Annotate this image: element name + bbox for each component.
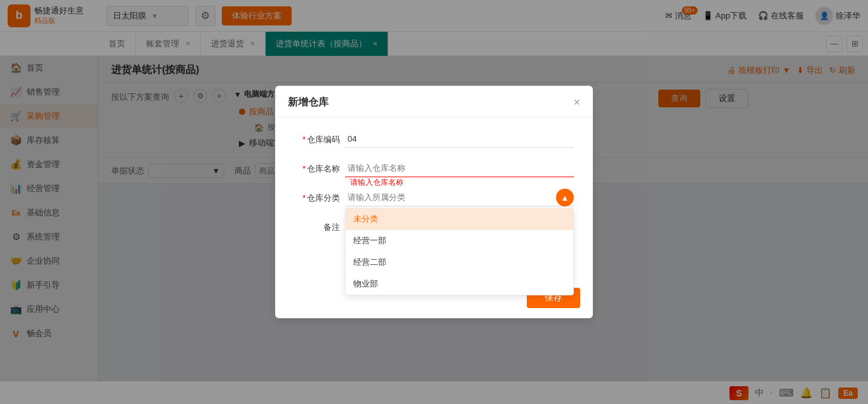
- form-row-name: 仓库名称 请输入仓库名称: [294, 159, 574, 177]
- form-name-label: 仓库名称: [294, 159, 345, 175]
- dropdown-item-op1[interactable]: 经营一部: [346, 230, 573, 252]
- modal-body: 仓库编码 仓库名称 请输入仓库名称 仓库分类 ▲: [275, 118, 593, 280]
- modal-close-button[interactable]: ×: [573, 96, 580, 109]
- warehouse-name-error: 请输入仓库名称: [350, 177, 403, 188]
- form-row-category: 仓库分类 ▲ 未分类 经营一部 经营二部 物业部: [294, 189, 574, 206]
- warehouse-category-input[interactable]: [345, 189, 574, 206]
- form-code-label: 仓库编码: [294, 130, 345, 145]
- dropdown-item-unclassified[interactable]: 未分类: [346, 208, 573, 230]
- category-dropdown: 未分类 经营一部 经营二部 物业部: [345, 208, 574, 295]
- category-arrow-up-icon: ▲: [556, 189, 574, 206]
- modal-header: 新增仓库 ×: [275, 86, 593, 118]
- modal-title: 新增仓库: [288, 96, 329, 109]
- dropdown-item-property[interactable]: 物业部: [346, 273, 573, 295]
- warehouse-name-input[interactable]: [345, 159, 574, 177]
- warehouse-code-input[interactable]: [345, 130, 574, 148]
- form-row-code: 仓库编码: [294, 130, 574, 148]
- dropdown-item-op2[interactable]: 经营二部: [346, 252, 573, 273]
- modal-new-warehouse: 新增仓库 × 仓库编码 仓库名称 请输入仓库名称 仓库分类: [275, 86, 593, 318]
- category-arrow-btn[interactable]: ▲: [556, 189, 574, 206]
- form-category-label: 仓库分类: [294, 189, 345, 204]
- warehouse-category-wrapper: ▲ 未分类 经营一部 经营二部 物业部: [345, 189, 574, 206]
- form-remark-label: 备注: [294, 218, 345, 233]
- modal-overlay: 新增仓库 × 仓库编码 仓库名称 请输入仓库名称 仓库分类: [0, 0, 868, 404]
